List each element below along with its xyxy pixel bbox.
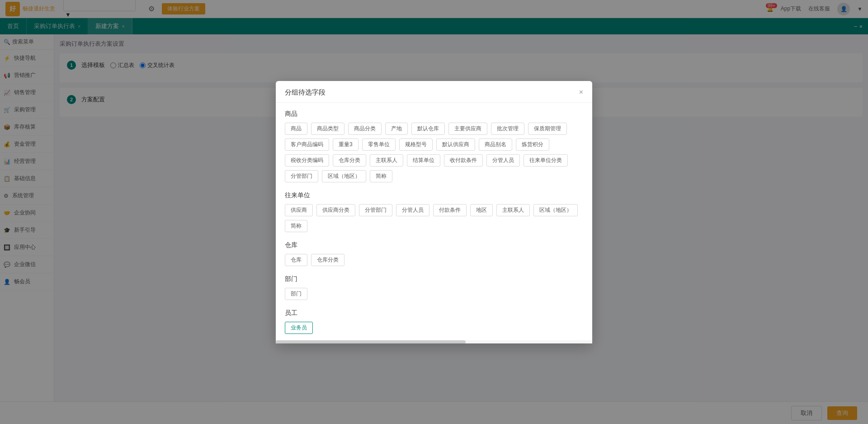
field-tag-goods-5[interactable]: 主要供应商	[448, 123, 487, 135]
field-tags-dept: 部门	[285, 288, 583, 300]
field-group-partner: 往来单位 供应商 供应商分类 分管部门 分管人员 付款条件 地区 主联系人 区域…	[285, 191, 583, 232]
field-tag-goods-7[interactable]: 保质期管理	[528, 123, 567, 135]
field-tag-goods-1[interactable]: 商品类型	[311, 123, 344, 135]
field-tag-goods-0[interactable]: 商品	[285, 123, 307, 135]
field-tag-partner-2[interactable]: 分管部门	[359, 204, 392, 216]
field-tag-goods-12[interactable]: 默认供应商	[436, 138, 475, 151]
field-tag-partner-0[interactable]: 供应商	[285, 204, 313, 216]
modal-overlay: 分组待选字段 × 商品 商品 商品类型 商品分类 产地 默认仓库 主要供应商 批…	[0, 0, 868, 424]
field-tag-dept-0[interactable]: 部门	[285, 288, 307, 300]
modal-dialog: 分组待选字段 × 商品 商品 商品类型 商品分类 产地 默认仓库 主要供应商 批…	[276, 81, 592, 343]
field-tags-warehouse: 仓库 仓库分类	[285, 254, 583, 266]
field-tag-goods-4[interactable]: 默认仓库	[411, 123, 445, 135]
field-group-partner-title: 往来单位	[285, 191, 583, 200]
field-group-goods-title: 商品	[285, 110, 583, 118]
field-group-staff: 员工 业务员	[285, 309, 583, 334]
field-tag-goods-14[interactable]: 炼货积分	[516, 138, 549, 151]
field-tag-goods-18[interactable]: 结算单位	[407, 154, 440, 167]
field-group-staff-title: 员工	[285, 309, 583, 317]
field-tag-partner-7[interactable]: 区域（地区）	[533, 204, 578, 216]
field-tag-warehouse-0[interactable]: 仓库	[285, 254, 307, 266]
field-group-warehouse-title: 仓库	[285, 241, 583, 249]
field-tag-goods-20[interactable]: 分管人员	[486, 154, 520, 167]
field-group-dept-title: 部门	[285, 275, 583, 283]
field-tag-goods-19[interactable]: 收付款条件	[444, 154, 483, 167]
field-tag-goods-2[interactable]: 商品分类	[348, 123, 382, 135]
field-tag-partner-6[interactable]: 主联系人	[496, 204, 530, 216]
field-tag-goods-10[interactable]: 零售单位	[362, 138, 396, 151]
field-tag-partner-5[interactable]: 地区	[470, 204, 493, 216]
field-tag-goods-8[interactable]: 客户商品编码	[285, 138, 329, 151]
field-group-goods: 商品 商品 商品类型 商品分类 产地 默认仓库 主要供应商 批次管理 保质期管理…	[285, 110, 583, 182]
field-tag-goods-15[interactable]: 税收分类编码	[285, 154, 329, 167]
modal-horizontal-scrollbar[interactable]	[276, 340, 592, 343]
field-tag-goods-11[interactable]: 规格型号	[399, 138, 433, 151]
field-tag-goods-3[interactable]: 产地	[385, 123, 408, 135]
modal-hscroll-thumb	[276, 340, 466, 343]
modal-close-button[interactable]: ×	[579, 88, 583, 96]
field-tag-partner-8[interactable]: 简称	[285, 220, 307, 232]
field-tag-goods-17[interactable]: 主联系人	[370, 154, 403, 167]
field-tag-goods-21[interactable]: 往来单位分类	[524, 154, 568, 167]
field-tag-warehouse-1[interactable]: 仓库分类	[311, 254, 344, 266]
field-tag-goods-13[interactable]: 商品别名	[479, 138, 512, 151]
field-tag-goods-16[interactable]: 仓库分类	[333, 154, 366, 167]
field-tag-partner-1[interactable]: 供应商分类	[316, 204, 355, 216]
field-group-dept: 部门 部门	[285, 275, 583, 300]
field-tag-goods-22[interactable]: 分管部门	[285, 170, 318, 182]
field-tag-goods-9[interactable]: 重量3	[333, 138, 359, 151]
field-tag-goods-23[interactable]: 区域（地区）	[322, 170, 366, 182]
field-tag-partner-4[interactable]: 付款条件	[433, 204, 467, 216]
field-tags-staff: 业务员	[285, 322, 583, 334]
field-tag-goods-6[interactable]: 批次管理	[491, 123, 524, 135]
modal-body: 商品 商品 商品类型 商品分类 产地 默认仓库 主要供应商 批次管理 保质期管理…	[276, 103, 592, 341]
field-tag-staff-0[interactable]: 业务员	[285, 322, 313, 334]
modal-header: 分组待选字段 ×	[276, 81, 592, 103]
field-tags-goods: 商品 商品类型 商品分类 产地 默认仓库 主要供应商 批次管理 保质期管理 客户…	[285, 123, 583, 182]
field-tags-partner: 供应商 供应商分类 分管部门 分管人员 付款条件 地区 主联系人 区域（地区） …	[285, 204, 583, 232]
modal-title: 分组待选字段	[285, 88, 326, 97]
field-tag-partner-3[interactable]: 分管人员	[396, 204, 429, 216]
field-tag-goods-24[interactable]: 简称	[370, 170, 392, 182]
field-group-warehouse: 仓库 仓库 仓库分类	[285, 241, 583, 266]
